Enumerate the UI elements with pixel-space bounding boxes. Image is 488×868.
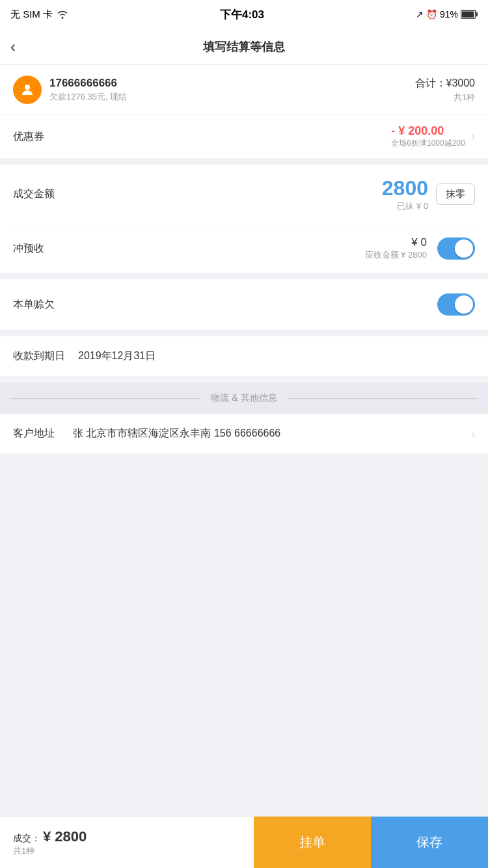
content-area: 17666666666 欠款1276.35元, 现结 合计：¥3000 共1种 … [0, 65, 488, 655]
carrier-text: 无 SIM 卡 [10, 8, 53, 21]
round-button[interactable]: 抹零 [436, 183, 475, 205]
prepay-row: 冲预收 ¥ 0 应收金额 ¥ 2800 [13, 224, 475, 273]
bottom-deal-label: 成交： [13, 833, 40, 843]
total-amount: 合计：¥3000 [415, 77, 476, 90]
address-section: 客户地址 张 北京市市辖区海淀区永丰南 156 66666666 › [0, 414, 488, 454]
divider-line-left [10, 398, 200, 399]
address-chevron-icon: › [472, 428, 475, 440]
deal-amount-label: 成交金额 [13, 187, 55, 201]
coupon-amount: - ¥ 200.00 [391, 124, 465, 138]
customer-left: 17666666666 欠款1276.35元, 现结 [13, 75, 127, 104]
coupon-chevron-icon: › [472, 131, 475, 142]
location-icon: ↗ [416, 9, 424, 20]
coupon-right: - ¥ 200.00 全场6折满1000减200 › [391, 124, 475, 149]
duedate-value: 2019年12月31日 [78, 349, 156, 363]
customer-card: 17666666666 欠款1276.35元, 现结 合计：¥3000 共1种 … [0, 65, 488, 158]
duedate-row: 收款到期日 2019年12月31日 [13, 336, 475, 376]
customer-row: 17666666666 欠款1276.35元, 现结 合计：¥3000 共1种 [0, 65, 488, 115]
save-button[interactable]: 保存 [371, 817, 488, 869]
deal-amount-value: 2800 [382, 176, 428, 200]
alarm-icon: ⏰ [426, 9, 437, 20]
avatar [13, 75, 42, 104]
bottom-info: 成交： ¥ 2800 共1种 [0, 828, 254, 857]
svg-rect-2 [461, 12, 474, 18]
coupon-desc: 全场6折满1000减200 [391, 138, 465, 149]
prepay-right-area: ¥ 0 应收金额 ¥ 2800 [365, 236, 475, 261]
prepay-info: ¥ 0 应收金额 ¥ 2800 [365, 236, 427, 261]
duedate-label: 收款到期日 [13, 349, 65, 363]
prepay-amount-value: ¥ 0 [365, 236, 427, 249]
deal-amount-right: 2800 已抹 ¥ 0 抹零 [382, 176, 475, 212]
coupon-row[interactable]: 优惠券 - ¥ 200.00 全场6折满1000减200 › [0, 115, 488, 158]
bottom-total-row: 成交： ¥ 2800 [13, 828, 241, 845]
battery-icon [461, 10, 478, 19]
item-count: 共1种 [415, 92, 476, 103]
bottom-deal-amount: ¥ 2800 [43, 828, 87, 845]
back-button[interactable]: ‹ [10, 38, 16, 56]
customer-right: 合计：¥3000 共1种 [415, 77, 476, 103]
amount-section: 成交金额 2800 已抹 ¥ 0 抹零 冲预收 ¥ 0 应收金额 ¥ 2800 [0, 165, 488, 273]
bottom-bar: 成交： ¥ 2800 共1种 挂单 保存 [0, 816, 488, 868]
divider-text: 物流 & 其他信息 [211, 392, 277, 404]
deal-amount-row: 成交金额 2800 已抹 ¥ 0 抹零 [13, 165, 475, 224]
battery-text: 91% [440, 9, 458, 20]
status-bar: 无 SIM 卡 下午4:03 ↗ ⏰ 91% [0, 0, 488, 29]
content-spacer [0, 460, 488, 590]
bottom-count: 共1种 [13, 845, 241, 857]
prepay-receivable: 应收金额 ¥ 2800 [365, 249, 427, 261]
status-right: ↗ ⏰ 91% [416, 9, 478, 20]
status-time: 下午4:03 [220, 7, 264, 22]
debt-label: 本单赊欠 [13, 298, 55, 312]
nav-bar: ‹ 填写结算等信息 [0, 29, 488, 65]
status-left: 无 SIM 卡 [10, 8, 68, 21]
customer-phone: 17666666666 [49, 77, 127, 90]
address-label: 客户地址 [13, 427, 65, 441]
prepay-toggle[interactable] [437, 237, 475, 260]
address-value: 张 北京市市辖区海淀区永丰南 156 66666666 [65, 427, 469, 441]
debt-section: 本单赊欠 [0, 279, 488, 330]
coupon-label: 优惠券 [13, 130, 44, 144]
divider-section: 物流 & 其他信息 [0, 383, 488, 414]
debt-row: 本单赊欠 [13, 279, 475, 330]
page-title: 填写结算等信息 [203, 39, 285, 55]
deal-amount-sub: 已抹 ¥ 0 [382, 200, 428, 212]
pending-button[interactable]: 挂单 [254, 817, 371, 869]
address-row[interactable]: 客户地址 张 北京市市辖区海淀区永丰南 156 66666666 › [13, 414, 475, 454]
prepay-label: 冲预收 [13, 242, 44, 256]
customer-debt: 欠款1276.35元, 现结 [49, 91, 127, 103]
debt-toggle[interactable] [437, 293, 475, 316]
customer-info: 17666666666 欠款1276.35元, 现结 [49, 77, 127, 103]
duedate-section: 收款到期日 2019年12月31日 [0, 336, 488, 376]
divider-line-right [288, 398, 478, 399]
wifi-icon [57, 10, 68, 19]
svg-rect-1 [476, 12, 478, 16]
svg-point-3 [25, 85, 30, 90]
